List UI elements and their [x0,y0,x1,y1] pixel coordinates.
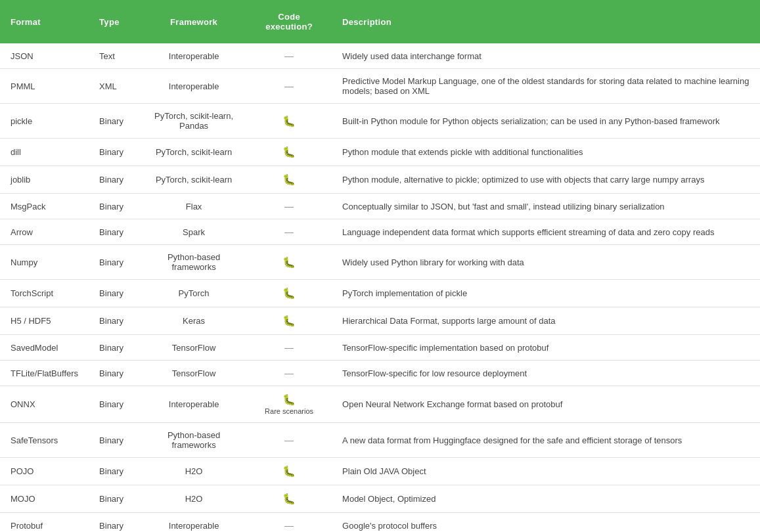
cell-framework: H2O [141,458,246,485]
cell-format: H5 / HDF5 [0,307,89,335]
cell-type: Binary [89,307,141,335]
table-row: NumpyBinaryPython-based frameworks🐛Widel… [0,245,760,280]
cell-type: XML [89,69,141,104]
cell-description: Google's protocol buffers [332,513,760,533]
cell-type: Binary [89,386,141,423]
cell-framework: TensorFlow [141,335,246,361]
dash-icon: — [284,227,294,237]
cell-type: Binary [89,219,141,245]
cell-type: Binary [89,458,141,485]
cell-framework: Keras [141,307,246,335]
cell-description: Widely used data interchange format [332,43,760,69]
header-type: Type [89,0,141,43]
rare-scenarios-cell: 🐛Rare scenarios [257,393,321,415]
cell-description: Predictive Model Markup Language, one of… [332,69,760,104]
cell-type: Binary [89,361,141,386]
cell-code-execution: 🐛 [246,458,332,485]
cell-format: MOJO [0,485,89,513]
cell-code-execution: — [246,194,332,219]
cell-format: TorchScript [0,280,89,307]
formats-table: Format Type Framework Code execution? De… [0,0,760,532]
cell-framework: PyTorch, scikit-learn, Pandas [141,104,246,139]
table-row: SavedModelBinaryTensorFlow—TensorFlow-sp… [0,335,760,361]
cell-format: SafeTensors [0,423,89,458]
cell-code-execution: — [246,423,332,458]
cell-format: JSON [0,43,89,69]
cell-framework: PyTorch [141,280,246,307]
dash-icon: — [284,201,294,211]
bug-icon: 🐛 [282,256,296,269]
cell-description: Model Object, Optimized [332,485,760,513]
cell-type: Binary [89,245,141,280]
cell-code-execution: — [246,43,332,69]
cell-format: Arrow [0,219,89,245]
cell-description: Python module, alternative to pickle; op… [332,166,760,194]
table-row: pickleBinaryPyTorch, scikit-learn, Panda… [0,104,760,139]
cell-description: Widely used Python library for working w… [332,245,760,280]
table-row: SafeTensorsBinaryPython-based frameworks… [0,423,760,458]
cell-format: TFLite/FlatBuffers [0,361,89,386]
cell-framework: Python-based frameworks [141,245,246,280]
cell-type: Binary [89,166,141,194]
dash-icon: — [284,51,294,61]
cell-format: ONNX [0,386,89,423]
table-row: MOJOBinaryH2O🐛Model Object, Optimized [0,485,760,513]
header-framework: Framework [141,0,246,43]
table-row: ProtobufBinaryInteroperable—Google's pro… [0,513,760,533]
table-row: MsgPackBinaryFlax—Conceptually similar t… [0,194,760,219]
cell-description: PyTorch implementation of pickle [332,280,760,307]
cell-description: Python module that extends pickle with a… [332,139,760,166]
dash-icon: — [284,81,294,91]
bug-icon: 🐛 [282,465,296,477]
cell-code-execution: 🐛 [246,166,332,194]
table-row: TFLite/FlatBuffersBinaryTensorFlow—Tenso… [0,361,760,386]
dash-icon: — [284,342,294,353]
cell-type: Binary [89,485,141,513]
cell-format: SavedModel [0,335,89,361]
header-description: Description [332,0,760,43]
table-row: PMMLXMLInteroperable—Predictive Model Ma… [0,69,760,104]
cell-code-execution: 🐛 [246,104,332,139]
cell-code-execution: 🐛 [246,280,332,307]
cell-type: Binary [89,139,141,166]
cell-format: pickle [0,104,89,139]
cell-code-execution: — [246,69,332,104]
cell-type: Binary [89,423,141,458]
dash-icon: — [284,520,294,531]
cell-code-execution: — [246,513,332,533]
cell-description: Built-in Python module for Python object… [332,104,760,139]
cell-framework: Flax [141,194,246,219]
cell-type: Binary [89,280,141,307]
cell-description: Plain Old JAVA Object [332,458,760,485]
bug-icon: 🐛 [282,146,296,158]
cell-code-execution: 🐛 [246,245,332,280]
cell-code-execution: 🐛 [246,485,332,513]
cell-format: dill [0,139,89,166]
cell-type: Text [89,43,141,69]
cell-type: Binary [89,335,141,361]
cell-code-execution: 🐛Rare scenarios [246,386,332,423]
dash-icon: — [284,368,294,378]
table-container: Format Type Framework Code execution? De… [0,0,760,532]
cell-format: Protobuf [0,513,89,533]
bug-icon: 🐛 [282,173,296,186]
header-code-execution: Code execution? [246,0,332,43]
cell-description: A new data format from Huggingface desig… [332,423,760,458]
cell-framework: PyTorch, scikit-learn [141,166,246,194]
cell-format: MsgPack [0,194,89,219]
dash-icon: — [284,435,294,445]
table-row: dillBinaryPyTorch, scikit-learn🐛Python m… [0,139,760,166]
cell-framework: TensorFlow [141,361,246,386]
table-row: H5 / HDF5BinaryKeras🐛Hierarchical Data F… [0,307,760,335]
cell-description: TensorFlow-specific for low resource dep… [332,361,760,386]
table-row: POJOBinaryH2O🐛Plain Old JAVA Object [0,458,760,485]
cell-framework: Python-based frameworks [141,423,246,458]
cell-description: Language independent data format which s… [332,219,760,245]
cell-type: Binary [89,104,141,139]
cell-description: Open Neural Network Exchange format base… [332,386,760,423]
cell-code-execution: 🐛 [246,139,332,166]
cell-code-execution: — [246,335,332,361]
header-format: Format [0,0,89,43]
cell-description: Conceptually similar to JSON, but 'fast … [332,194,760,219]
cell-framework: PyTorch, scikit-learn [141,139,246,166]
